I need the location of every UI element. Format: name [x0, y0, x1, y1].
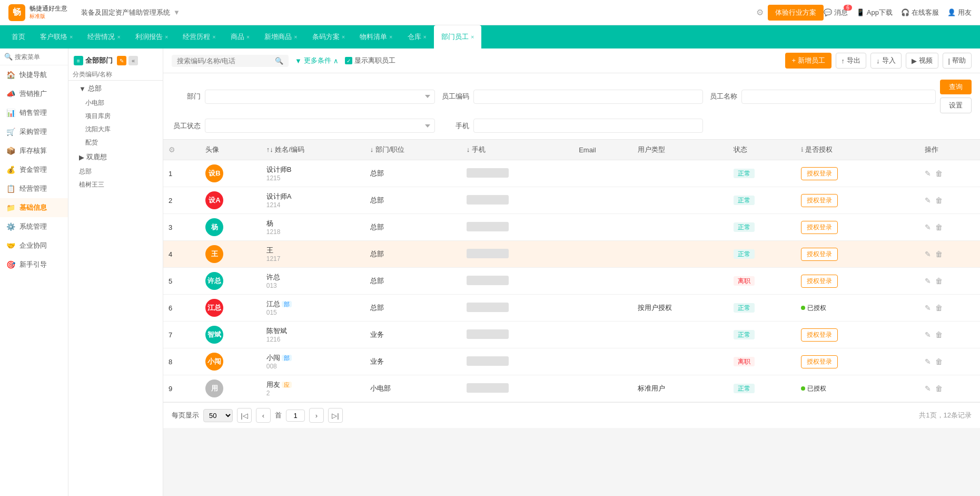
sidebar-item-purchase[interactable]: 🛒采购管理: [0, 122, 68, 141]
dept-node-shuanglu[interactable]: ▶ 双鹿想: [68, 149, 163, 165]
tab-operation[interactable]: 经营情况×: [80, 25, 127, 48]
video-button[interactable]: ▶ 视频: [906, 53, 938, 69]
edit-icon[interactable]: ✎: [925, 357, 931, 366]
show-resigned-toggle[interactable]: ✓ 显示离职员工: [345, 56, 395, 65]
col-phone[interactable]: ↓ 手机: [461, 140, 573, 160]
more-filter-btn[interactable]: ▼ 更多条件 ∧: [295, 56, 339, 65]
close-icon[interactable]: ×: [342, 34, 345, 40]
delete-icon[interactable]: 🗑: [935, 330, 943, 339]
sidebar-item-finance[interactable]: 💰资金管理: [0, 160, 68, 179]
page-input[interactable]: [286, 410, 305, 422]
tab-warehouse[interactable]: 仓库×: [400, 25, 434, 48]
sidebar-item-operation[interactable]: 📋经营管理: [0, 179, 68, 198]
dept-search-input[interactable]: [68, 69, 163, 81]
col-dept[interactable]: ↓ 部门/职位: [365, 140, 461, 160]
first-page-btn[interactable]: |◁: [237, 408, 252, 423]
delete-icon[interactable]: 🗑: [935, 277, 943, 285]
dept-child-xiangmu[interactable]: 项目库房: [68, 110, 163, 123]
delete-icon[interactable]: 🗑: [935, 169, 943, 178]
sidebar-item-guide[interactable]: 🎯新手引导: [0, 255, 68, 274]
help-button[interactable]: | 帮助: [943, 53, 972, 69]
message-btn[interactable]: 💬 消息 6: [824, 8, 848, 17]
close-icon[interactable]: ×: [246, 34, 250, 40]
close-icon[interactable]: ×: [294, 34, 297, 40]
search-submit-icon[interactable]: 🔍: [275, 57, 283, 65]
sidebar-item-home[interactable]: 🏠快捷导航: [0, 65, 68, 84]
app-download-btn[interactable]: 📱 App下载: [856, 8, 893, 17]
delete-icon[interactable]: 🗑: [935, 384, 943, 393]
import-button[interactable]: ↓ 导入: [870, 53, 902, 69]
delete-icon[interactable]: 🗑: [935, 250, 943, 258]
last-page-btn[interactable]: ▷|: [328, 408, 343, 423]
tab-customer[interactable]: 客户联络×: [33, 25, 80, 48]
dept-child-peihuo[interactable]: 配货: [68, 136, 163, 149]
edit-icon[interactable]: ✎: [925, 330, 931, 339]
close-icon[interactable]: ×: [471, 34, 474, 40]
close-icon[interactable]: ×: [423, 34, 427, 40]
dept-child-xiaodibu[interactable]: 小电部: [68, 96, 163, 110]
tab-barcode[interactable]: 条码方案×: [305, 25, 352, 48]
tab-new-goods[interactable]: 新增商品×: [257, 25, 304, 48]
auth-btn[interactable]: 授权登录: [801, 328, 838, 342]
page-size-select[interactable]: 50 100: [203, 409, 233, 422]
tab-profit[interactable]: 利润报告×: [128, 25, 175, 48]
close-icon[interactable]: ×: [117, 34, 120, 40]
add-employee-button[interactable]: + 新增员工: [785, 53, 831, 69]
edit-icon[interactable]: ✎: [925, 196, 931, 205]
sidebar-item-sales[interactable]: 📊销售管理: [0, 103, 68, 122]
phone-input[interactable]: [473, 119, 704, 133]
sidebar-search-input[interactable]: [15, 53, 68, 61]
tab-home[interactable]: 首页: [4, 25, 33, 48]
query-button[interactable]: 查询: [940, 80, 972, 94]
dept-child-zongbu[interactable]: 总部: [68, 165, 163, 178]
edit-icon[interactable]: ✎: [925, 250, 931, 258]
dept-edit-icon[interactable]: ✎: [117, 56, 126, 65]
sidebar-item-system[interactable]: ⚙️系统管理: [0, 217, 68, 236]
online-service-btn[interactable]: 🎧 在线客服: [901, 8, 939, 17]
user-menu[interactable]: 👤 用友: [947, 8, 972, 17]
export-button[interactable]: ↑ 导出: [836, 53, 867, 69]
edit-icon[interactable]: ✎: [925, 169, 931, 178]
sidebar-item-marketing[interactable]: 📣营销推广: [0, 84, 68, 103]
sidebar-item-stock[interactable]: 📦库存核算: [0, 141, 68, 160]
close-icon[interactable]: ×: [165, 34, 168, 40]
auth-btn[interactable]: 授权登录: [801, 275, 838, 288]
edit-icon[interactable]: ✎: [925, 277, 931, 285]
emp-status-select[interactable]: [205, 119, 435, 133]
tab-bom[interactable]: 物料清单×: [352, 25, 400, 48]
sidebar-item-basic[interactable]: 📁基础信息: [0, 198, 68, 217]
delete-icon[interactable]: 🗑: [935, 357, 943, 366]
edit-icon[interactable]: ✎: [925, 304, 931, 312]
dept-child-shenyang[interactable]: 沈阳大库: [68, 123, 163, 136]
close-icon[interactable]: ×: [389, 34, 392, 40]
auth-btn[interactable]: 授权登录: [801, 248, 838, 261]
auth-btn[interactable]: 授权登录: [801, 221, 838, 234]
emp-code-input[interactable]: [473, 90, 704, 104]
edit-icon[interactable]: ✎: [925, 223, 931, 231]
trial-button[interactable]: 体验行业方案: [768, 5, 824, 21]
dept-filter-select[interactable]: [205, 90, 435, 104]
settings-icon[interactable]: ⚙: [756, 7, 764, 17]
emp-name-input[interactable]: [741, 90, 936, 104]
tab-history[interactable]: 经营历程×: [175, 25, 223, 48]
sidebar-item-collab[interactable]: 🤝企业协同: [0, 236, 68, 255]
tab-goods[interactable]: 商品×: [223, 25, 257, 48]
col-settings[interactable]: ⚙: [163, 140, 200, 160]
auth-btn[interactable]: 授权登录: [801, 167, 838, 180]
search-input[interactable]: [177, 57, 272, 65]
dept-child-zhishu[interactable]: 植树王三: [68, 178, 163, 191]
delete-icon[interactable]: 🗑: [935, 223, 943, 231]
tab-department[interactable]: 部门员工×: [434, 25, 481, 48]
reset-button[interactable]: 设置: [940, 98, 972, 113]
delete-icon[interactable]: 🗑: [935, 196, 943, 205]
delete-icon[interactable]: 🗑: [935, 304, 943, 312]
dept-node-zongbu-parent[interactable]: ▼ 总部: [68, 81, 163, 96]
edit-icon[interactable]: ✎: [925, 384, 931, 393]
close-icon[interactable]: ×: [70, 34, 73, 40]
prev-page-btn[interactable]: ‹: [256, 408, 271, 423]
close-icon[interactable]: ×: [212, 34, 215, 40]
auth-btn[interactable]: 授权登录: [801, 194, 838, 207]
next-page-btn[interactable]: ›: [309, 408, 324, 423]
dept-collapse-btn[interactable]: «: [128, 56, 138, 65]
auth-btn[interactable]: 授权登录: [801, 355, 838, 368]
